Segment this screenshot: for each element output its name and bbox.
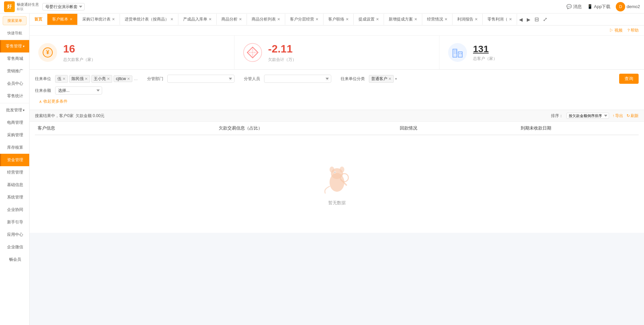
sidebar-item-new-guide-label: 新手引导 [7,220,23,224]
refresh-btn[interactable]: ↻ 刷新 [627,113,639,119]
filter-tag-cjttcw: cjttcw ✕ [114,75,132,82]
tab-home[interactable]: 首页 [30,14,47,25]
sidebar-item-purchase-label: 采购管理 [7,133,23,137]
tab-improve-settings[interactable]: 提成设置 ✕ [354,14,384,25]
tab-customer-tier-close[interactable]: ✕ [315,17,318,22]
tab-business-status-close[interactable]: ✕ [444,17,447,22]
person-input[interactable] [264,75,331,83]
user-area[interactable]: D demo2 [616,2,640,11]
tab-profit-report-close[interactable]: ✕ [475,17,478,22]
empty-illustration [320,162,354,196]
sidebar-item-enterprise-wechat-label: 企业微信 [7,245,23,249]
sidebar-item-ecommerce[interactable]: 电商管理 [0,116,29,129]
query-btn[interactable]: 查询 [619,74,639,84]
sidebar-item-finance[interactable]: 资金管理 [0,154,29,166]
account-selector[interactable]: 母婴行业演示帐套 [42,3,85,10]
filter-tag-cjttcw-remove[interactable]: ✕ [127,77,130,81]
sidebar-item-wholesale[interactable]: 批发管理 ▾ [0,104,29,116]
svg-rect-11 [459,53,460,54]
person-more-icon[interactable]: … [326,77,329,81]
dept-input[interactable] [167,75,234,83]
dept-more-icon[interactable]: … [229,77,232,81]
tab-improve-settings-close[interactable]: ✕ [376,17,379,22]
sidebar-item-system[interactable]: 系统管理 [0,191,29,204]
svg-text:¥: ¥ [46,49,49,55]
tab-product-analysis-list[interactable]: 商品分析列表 ✕ [247,14,285,25]
message-label: 消息 [573,4,582,10]
help-btn[interactable]: ？帮助 [627,28,639,33]
stat-info-debtors: 16 总欠款客户（家） [63,42,226,62]
sidebar-item-enterprise[interactable]: 企业协同 [0,204,29,216]
filter-tag-wang-remove[interactable]: ✕ [107,77,110,81]
filter-row-2: 往来余额 选择... [35,86,639,95]
tab-next-btn[interactable]: ▶ [525,14,532,25]
collapse-btn[interactable]: ∧ 收起更多条件 [35,97,639,106]
remainder-select[interactable]: 选择... [55,86,102,95]
person-filter-label: 分管人员 [244,76,260,82]
tab-product-analysis-list-close[interactable]: ✕ [277,17,280,22]
filter-area: 往来单位 伍 ✕ 陈民强 ✕ 王小亮 ✕ [30,70,644,110]
sidebar-item-member[interactable]: 会员中心 [0,77,29,90]
tab-add-plan[interactable]: 新增提成方案 ✕ [384,14,422,25]
sort-select[interactable]: 按欠款金额倒序排序 [566,113,609,119]
app-download-btn[interactable]: 📱 App下载 [587,4,610,10]
sidebar-item-retail-stats[interactable]: 零售统计 [0,90,29,102]
sidebar-item-operations-label: 经营管理 [7,170,23,175]
tab-product-analysis-close[interactable]: ✕ [239,17,242,22]
tab-product-analysis[interactable]: 商品分析 ✕ [217,14,247,25]
phone-icon: 📱 [587,4,593,9]
filter-tag-normal-customer-remove[interactable]: ✕ [388,77,391,81]
sidebar-item-retail-mgmt[interactable]: 零售管理 ▾ [0,40,29,52]
tab-retail-profit-label: 零售利润（ [487,16,508,22]
tab-accounts[interactable]: 客户账本 ✕ [47,14,78,25]
sidebar-item-retail-mall[interactable]: 零售商城 [0,52,29,65]
result-bar-right: 排序： 按欠款金额倒序排序 ↑ 导出 ↻ 刷新 [551,113,639,119]
tab-inventory-stats-label: 进货单统计表（按商品） [125,16,169,22]
yuan-icon: ¥ [38,43,57,62]
export-label: 导出 [615,113,623,119]
sidebar-item-operations[interactable]: 经营管理 [0,166,29,179]
tab-inventory-stats-close[interactable]: ✕ [170,17,173,22]
tab-accounts-close[interactable]: ✕ [70,17,73,22]
tab-profit-report[interactable]: 利润报告 ✕ [453,14,483,25]
sidebar-item-enterprise-wechat[interactable]: 企业微信 [0,241,29,253]
stat-label-debtors: 总欠款客户（家） [63,57,226,63]
sidebar-item-new-guide[interactable]: 新手引导 [0,216,29,228]
tab-menu-btn[interactable]: ⊟ [532,13,541,25]
tab-retail-profit[interactable]: 零售利润（ ✕ [483,14,517,25]
tab-inventory-stats[interactable]: 进货单统计表（按商品） ✕ [120,14,178,25]
tab-customer-contact-close[interactable]: ✕ [346,17,349,22]
stat-card-customers: 131 总客户（家） [439,36,644,69]
top-bar-right: 💬 消息 📱 App下载 D demo2 [566,2,640,11]
filter-tag-wang-text: 王小亮 [94,76,106,82]
quick-nav-item[interactable]: 快捷导航 [0,28,29,38]
stat-card-debtors: ¥ 16 总欠款客户（家） [30,36,234,69]
sidebar-item-marketing[interactable]: 营销推广 [0,65,29,77]
tab-customer-tier[interactable]: 客户分层经营 ✕ [285,14,324,25]
category-dropdown-icon[interactable]: ▾ [395,77,397,81]
tab-purchase-order[interactable]: 采购订单统计表 ✕ [78,14,120,25]
filter-tag-wu-remove[interactable]: ✕ [62,77,66,81]
tab-prev-btn[interactable]: ◀ [517,14,525,25]
tab-accounts-label: 客户账本 [52,16,68,22]
message-btn[interactable]: 💬 消息 [566,4,582,10]
more-tags-btn[interactable]: … [134,76,138,81]
sidebar-item-purchase[interactable]: 采购管理 [0,129,29,141]
tab-production-in-close[interactable]: ✕ [209,17,212,22]
video-help-btn[interactable]: ▷ 视频 [609,28,622,33]
export-btn[interactable]: ↑ 导出 [612,113,623,119]
sidebar-item-app-center[interactable]: 应用中心 [0,228,29,241]
username: demo2 [627,4,640,9]
tab-production-in[interactable]: 产成品入库单 ✕ [178,14,217,25]
tab-customer-contact[interactable]: 客户联络 ✕ [324,14,354,25]
tab-retail-profit-close[interactable]: ✕ [509,17,512,22]
filter-tag-chen-remove[interactable]: ✕ [85,77,88,81]
tab-maximize-btn[interactable]: ⤢ [541,13,549,25]
sidebar-item-inventory[interactable]: 库存核算 [0,141,29,154]
tab-add-plan-close[interactable]: ✕ [414,17,417,22]
search-menu-btn[interactable]: 搜索菜单 [3,16,27,25]
sidebar-item-vip[interactable]: 畅会员 [0,253,29,266]
sidebar-item-basic-info[interactable]: 基础信息 [0,179,29,191]
tab-purchase-order-close[interactable]: ✕ [112,17,115,22]
tab-business-status[interactable]: 经营情况 ✕ [422,14,453,25]
